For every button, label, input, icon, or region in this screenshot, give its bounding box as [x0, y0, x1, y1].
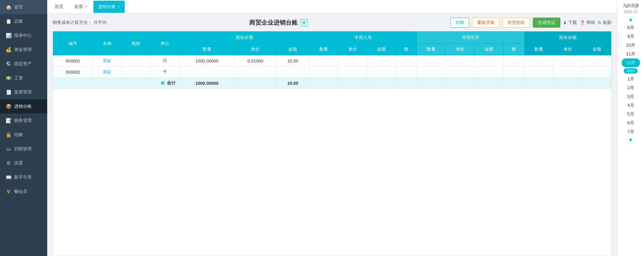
- generate-voucher-button[interactable]: 生成凭证: [533, 18, 560, 28]
- page-title-area: 商贸企业进销台账 目: [249, 19, 308, 27]
- out-qty-header: 数量: [417, 44, 446, 55]
- sidebar-item-archive[interactable]: 🗂 归档管理: [0, 142, 47, 156]
- month-item-1[interactable]: 1月: [622, 75, 640, 83]
- row2-in-extra: [396, 67, 417, 78]
- month-item-8[interactable]: 8月: [622, 23, 640, 32]
- month-item-12[interactable]: 12月: [622, 58, 640, 67]
- month-item-5[interactable]: 5月: [622, 110, 640, 119]
- row1-end-price: [553, 55, 582, 67]
- download-button[interactable]: ⬇ 下载: [563, 20, 577, 26]
- sidebar-item-salary[interactable]: 💵 工资: [0, 71, 47, 85]
- row1-in-price: [338, 55, 367, 67]
- sidebar-label-invoice-mgmt: 发票管理: [14, 89, 32, 95]
- refresh-button[interactable]: ↻ 刷新: [598, 20, 612, 26]
- month-item-3[interactable]: 3月: [622, 92, 640, 101]
- scroll-up-button[interactable]: ▲: [627, 16, 635, 23]
- row1-in-amount: [367, 55, 396, 67]
- tab-invoice-close[interactable]: ×: [85, 4, 87, 9]
- close-window-button[interactable]: ×: [622, 3, 631, 11]
- opening-amount-header: 金额: [276, 44, 309, 55]
- total-in-amount: [367, 78, 396, 89]
- row2-spec: [122, 67, 151, 78]
- content-wrapper: 销售成本计算方法： 月平均 商贸企业进销台账 目 对账 重新开账 存货别名 生成…: [47, 14, 617, 256]
- report-icon: 📊: [5, 32, 11, 39]
- sidebar-item-home[interactable]: 🏠 首页: [0, 0, 47, 14]
- tab-inventory[interactable]: 进销台账 ×: [93, 1, 125, 13]
- row2-opening-qty: [179, 67, 235, 78]
- sidebar-item-inventory[interactable]: 📦 进销台账: [0, 99, 47, 113]
- sidebar-item-guide[interactable]: 📖 新手引导: [0, 170, 47, 184]
- row2-id: 000002: [53, 67, 93, 78]
- tab-invoice-label: 发票: [74, 4, 83, 10]
- row1-end-amount: [582, 55, 611, 67]
- scroll-down-button[interactable]: ▼: [627, 137, 635, 144]
- month-item-9[interactable]: 9月: [622, 32, 640, 41]
- member-icon: V: [5, 188, 11, 195]
- main-area: 首页 发票 × 进销台账 × 销售成本计算方法： 月平均 商贸企业进销台账 目 …: [47, 0, 617, 256]
- row2-out-amount: [475, 67, 504, 78]
- row2-name: 前缸: [93, 67, 122, 78]
- row1-unit: 只: [150, 55, 179, 67]
- row2-in-price: [338, 67, 367, 78]
- settings-icon: ⚙: [5, 160, 11, 166]
- row1-out-extra: [503, 55, 524, 67]
- right-panel: 月份选择 2022.12 ▲ 8月 9月 10月 11月 12月 2023 1月…: [617, 0, 644, 256]
- inventory-table: 编号 名称 规格 单位 期初余额 本期入库 本期出库 期末余额 数量 单价 金额…: [53, 31, 611, 89]
- sidebar-label-close: 结账: [14, 132, 23, 138]
- maximize-window-button[interactable]: ⤢: [633, 3, 641, 11]
- sidebar-item-member[interactable]: V 畅会员: [0, 184, 47, 199]
- month-item-10[interactable]: 10月: [622, 41, 640, 50]
- sidebar-item-report[interactable]: 📊 报表中心: [0, 28, 47, 43]
- finance-icon: 💰: [5, 47, 11, 53]
- sidebar-item-settings[interactable]: ⚙ 设置: [0, 156, 47, 170]
- download-label: 下载: [568, 20, 577, 26]
- row1-opening-qty: 1000.00000: [179, 55, 235, 67]
- end-amount-header: 金额: [582, 44, 611, 55]
- month-item-7[interactable]: 7月: [622, 127, 640, 136]
- row1-opening-price: 0.01000: [235, 55, 276, 67]
- row1-out-amount: [475, 55, 504, 67]
- month-item-4[interactable]: 4月: [622, 101, 640, 110]
- total-in-extra: [396, 78, 417, 89]
- sidebar-label-assets: 固定资产: [14, 61, 32, 67]
- cost-method: 销售成本计算方法： 月平均: [53, 20, 107, 26]
- sidebar-label-report: 报表中心: [14, 32, 32, 39]
- end-price-header: 单价: [553, 44, 582, 55]
- sidebar-item-assets[interactable]: 🏗 固定资产: [0, 57, 47, 71]
- out-extra-header: 数: [503, 44, 524, 55]
- sidebar-label-member: 畅会员: [14, 188, 27, 195]
- reconcile-button[interactable]: 对账: [450, 18, 469, 28]
- sidebar-label-tax: 税务管理: [14, 118, 32, 124]
- table-row: 000001 前缸 只 1000.00000 0.01000 10.00: [53, 55, 611, 67]
- month-item-11[interactable]: 11月: [622, 50, 640, 58]
- opening-balance-header: 期初余额: [179, 32, 309, 44]
- month-item-6[interactable]: 6月: [622, 119, 640, 127]
- sidebar-label-home: 首页: [14, 4, 23, 10]
- help-button[interactable]: ❓ 帮助: [580, 20, 595, 26]
- tab-home[interactable]: 首页: [50, 1, 68, 13]
- row1-in-extra: [396, 55, 417, 67]
- sidebar-item-invoice-mgmt[interactable]: 🧾 发票管理: [0, 85, 47, 99]
- sidebar-label-guide: 新手引导: [14, 174, 32, 180]
- tab-invoice[interactable]: 发票 ×: [69, 1, 92, 13]
- sidebar-item-tax[interactable]: 📝 税务管理: [0, 113, 47, 128]
- out-price-header: 单价: [446, 44, 475, 55]
- row2-end-price: [553, 67, 582, 78]
- sidebar-item-ledger[interactable]: 📋 总账: [0, 14, 47, 28]
- reopen-button[interactable]: 重新开账: [472, 18, 500, 28]
- page-title-icon[interactable]: 目: [300, 19, 308, 26]
- total-end-amount: [582, 78, 611, 89]
- month-item-2[interactable]: 2月: [622, 83, 640, 92]
- tax-icon: 📝: [5, 118, 11, 124]
- row1-name: 前缸: [93, 55, 122, 67]
- row2-in-amount: [367, 67, 396, 78]
- total-row: ⊞ 合计 1000.00000 10.00: [53, 78, 611, 89]
- sidebar-item-finance[interactable]: 💰 资金管理: [0, 43, 47, 57]
- save-alias-button[interactable]: 存货别名: [502, 18, 530, 28]
- sidebar: 🏠 首页 📋 总账 📊 报表中心 💰 资金管理 🏗 固定资产 💵 工资 🧾 发票…: [0, 0, 47, 256]
- in-extra-header: 数: [396, 44, 417, 55]
- row2-opening-price: [235, 67, 276, 78]
- tab-inventory-close[interactable]: ×: [118, 4, 120, 9]
- action-buttons: 对账 重新开账 存货别名 生成凭证 ⬇ 下载 ❓ 帮助 ↻ 刷新: [450, 18, 612, 28]
- sidebar-item-close[interactable]: 🔒 结账: [0, 128, 47, 142]
